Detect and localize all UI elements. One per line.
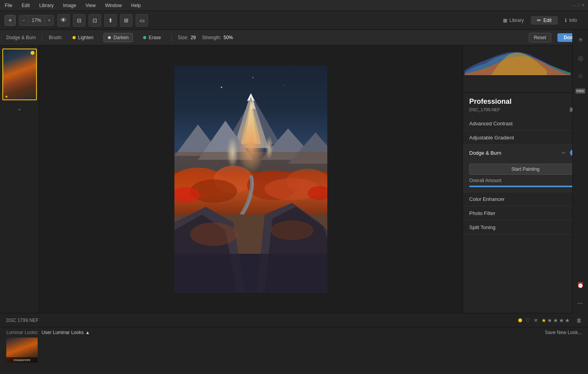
star-4[interactable]: ★ xyxy=(559,317,564,323)
svg-marker-13 xyxy=(250,99,256,109)
svg-marker-5 xyxy=(233,93,269,148)
histogram-area xyxy=(463,45,572,77)
star-3[interactable]: ★ xyxy=(553,317,558,323)
photo-filter-title: Photo Filter xyxy=(469,210,495,216)
main-toolbar: + − 17% + 👁 ⊟ ⊡ ⬆ ⊞ ▭ ▦ Library ✏ Edit ℹ… xyxy=(0,11,588,30)
zoom-minus-button[interactable]: − xyxy=(19,15,29,25)
heart-button[interactable]: ♡ xyxy=(525,317,530,323)
adjustable-gradient-title: Adjustable Gradient xyxy=(469,135,514,141)
thumbnail-color-label xyxy=(31,51,34,55)
histogram-chart xyxy=(465,47,571,75)
add-button[interactable]: + xyxy=(5,15,16,26)
adjustable-gradient-header[interactable]: Adjustable Gradient xyxy=(463,131,588,145)
undo-icon[interactable]: ↩ xyxy=(560,149,568,157)
svg-marker-25 xyxy=(174,207,245,293)
svg-point-2 xyxy=(252,77,254,78)
dodge-burn-toolbar: Dodge & Burn Brush: Lighten Darken Erase… xyxy=(0,30,588,45)
star-1[interactable]: ★ xyxy=(541,317,546,323)
bottom-status-bar: DSC 1799.NEF ♡ ✕ ★ ★ ★ ★ ★ 🗑 xyxy=(0,313,588,327)
color-label-dot[interactable] xyxy=(518,318,522,322)
svg-marker-6 xyxy=(241,99,261,144)
reset-button[interactable]: Reset xyxy=(529,33,551,42)
look-thumbnail-name: ssaaavvee xyxy=(6,357,38,363)
size-label: Size: xyxy=(178,35,189,40)
histogram-svg xyxy=(465,47,571,75)
size-value: 29 xyxy=(191,35,196,40)
right-panel: △ ≡ ⧠ Professional DSC_1799.NEF RAW Adva… xyxy=(463,45,588,313)
photo-canvas xyxy=(174,66,327,293)
star-2[interactable]: ★ xyxy=(547,317,552,323)
svg-marker-26 xyxy=(174,215,237,293)
save-look-button[interactable]: Save New Look... xyxy=(545,330,582,335)
color-wheel-icon[interactable]: ◎ xyxy=(575,52,586,63)
tab-edit[interactable]: ✏ Edit xyxy=(531,16,558,25)
menu-window[interactable]: Window xyxy=(103,2,123,9)
svg-marker-12 xyxy=(247,93,255,101)
look-thumbnail-item[interactable]: ssaaavvee xyxy=(6,338,38,363)
overall-amount-label: Overall Amount xyxy=(469,178,501,183)
split-view-icon[interactable]: ⊟ xyxy=(73,14,85,27)
tab-info[interactable]: ℹ Info xyxy=(559,16,583,25)
svg-point-23 xyxy=(308,186,327,200)
menu-library[interactable]: Library xyxy=(38,2,55,9)
overall-amount-slider[interactable] xyxy=(469,186,582,187)
library-icon: ▦ xyxy=(503,18,507,23)
menu-file[interactable]: File xyxy=(3,2,14,9)
darken-dot xyxy=(108,36,111,39)
looks-header: Luminar Looks: User Luminar Looks ▲ Save… xyxy=(0,327,588,338)
svg-point-3 xyxy=(284,85,285,86)
more-icon[interactable]: ••• xyxy=(575,298,586,309)
sidebar-scroll-down[interactable]: ⌄ xyxy=(13,102,26,114)
pro-badge-icon[interactable]: PRO xyxy=(575,89,585,94)
photo-filter-header[interactable]: Photo Filter xyxy=(463,206,588,220)
star-5[interactable]: ★ xyxy=(565,317,570,323)
split-toning-header[interactable]: Split Toning xyxy=(463,220,588,234)
split-toning-section: Split Toning xyxy=(463,220,588,235)
svg-marker-7 xyxy=(245,101,257,142)
looks-dropdown[interactable]: User Luminar Looks ▲ xyxy=(42,330,90,335)
histogram-row: △ ≡ ⧠ xyxy=(463,45,588,93)
delete-button[interactable]: 🗑 xyxy=(576,317,582,323)
svg-marker-11 xyxy=(288,132,327,164)
photo-filter-section: Photo Filter xyxy=(463,206,588,220)
svg-marker-8 xyxy=(174,125,221,156)
svg-point-17 xyxy=(214,166,253,193)
svg-rect-29 xyxy=(174,254,327,293)
erase-brush-btn[interactable]: Erase xyxy=(139,33,165,42)
darken-brush-btn[interactable]: Darken xyxy=(103,33,133,42)
crop-icon[interactable]: ⊡ xyxy=(89,14,101,27)
single-view-icon[interactable]: ▭ xyxy=(136,14,148,27)
color-enhancer-title: Color Enhancer xyxy=(469,196,505,202)
zoom-value[interactable]: 17% xyxy=(29,18,44,23)
clock-icon[interactable]: ⏰ xyxy=(575,280,586,291)
face-icon[interactable]: ☺ xyxy=(575,70,586,81)
tab-library[interactable]: ▦ Library xyxy=(497,16,530,25)
svg-rect-15 xyxy=(174,172,327,222)
canvas-area xyxy=(39,45,463,313)
advanced-contrast-header[interactable]: Advanced Contrast xyxy=(463,117,588,130)
panel-content: Professional DSC_1799.NEF RAW Advanced C… xyxy=(463,93,588,313)
zoom-plus-button[interactable]: + xyxy=(44,15,54,25)
dodge-burn-content: Start Painting Overall Amount 100 xyxy=(463,161,588,192)
strength-value: 50% xyxy=(223,35,233,40)
svg-point-21 xyxy=(265,178,319,200)
overall-amount-row: Overall Amount 100 xyxy=(469,178,582,183)
menu-view[interactable]: View xyxy=(84,2,97,9)
grid-view-icon[interactable]: ⊞ xyxy=(120,14,132,27)
thumbnail-item[interactable]: ★ xyxy=(2,49,37,100)
menu-image[interactable]: Image xyxy=(62,2,78,9)
start-painting-button[interactable]: Start Painting xyxy=(469,164,582,175)
share-icon[interactable]: ⬆ xyxy=(104,14,117,27)
status-filename: DSC 1799.NEF xyxy=(6,318,39,323)
dodge-burn-header[interactable]: Dodge & Burn ↩ xyxy=(463,145,588,161)
reject-button[interactable]: ✕ xyxy=(534,317,538,323)
svg-rect-24 xyxy=(174,215,327,254)
color-enhancer-header[interactable]: Color Enhancer xyxy=(463,192,588,206)
eye-icon[interactable]: 👁 xyxy=(57,14,70,27)
menu-help[interactable]: Help xyxy=(130,2,143,9)
lighten-brush-btn[interactable]: Lighten xyxy=(69,33,97,42)
main-content: ★ ⌄ xyxy=(0,45,588,313)
menu-edit[interactable]: Edit xyxy=(20,2,31,9)
filename-row: DSC_1799.NEF RAW xyxy=(463,107,588,117)
looks-label: Luminar Looks: xyxy=(6,330,38,335)
